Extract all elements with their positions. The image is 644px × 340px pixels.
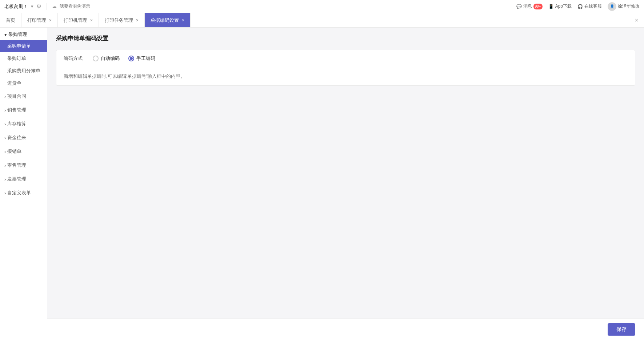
radio-manual[interactable]: 手工编码	[128, 55, 155, 62]
tab-barcode-settings-close[interactable]: ×	[182, 18, 184, 23]
tab-bar-close-all[interactable]: ×	[629, 17, 644, 24]
tab-print-task[interactable]: 打印任务管理 ×	[99, 13, 145, 27]
sidebar-item-invoice-label: 发票管理	[7, 176, 26, 182]
radio-group: 自动编码 手工编码	[93, 55, 155, 62]
sidebar-item-invoice[interactable]: › 发票管理	[0, 172, 47, 186]
expand-arrow-retail: ›	[4, 163, 6, 168]
online-service-button[interactable]: 🎧 在线客服	[577, 3, 602, 9]
sidebar-item-purchase-order[interactable]: 采购订单	[0, 52, 47, 65]
sidebar-item-project-contract[interactable]: › 项目合同	[0, 89, 47, 103]
message-button[interactable]: 💬 消息 99+	[516, 3, 543, 9]
sidebar-item-fund[interactable]: › 资金往来	[0, 131, 47, 145]
top-bar-left: 老板勿删！ ▾ ⚙ ☁ 我要看实例演示	[4, 3, 90, 10]
phone-icon: 📱	[548, 4, 554, 9]
sidebar-item-project-contract-label: 项目合同	[7, 93, 26, 100]
coding-method-label: 编码方式	[64, 55, 93, 62]
tab-print-task-close[interactable]: ×	[136, 18, 139, 23]
expand-arrow-project: ›	[4, 94, 6, 99]
sidebar-item-inventory[interactable]: › 库存核算	[0, 117, 47, 131]
coding-method-row: 编码方式 自动编码 手工编码	[56, 50, 635, 67]
cloud-icon: ☁	[52, 4, 57, 9]
headset-icon: 🎧	[577, 4, 583, 9]
content-area: 采购申请单编码设置 编码方式 自动编码 手工编码	[47, 28, 644, 340]
app-download-label: App下载	[555, 3, 572, 9]
content-footer: 保存	[47, 319, 644, 340]
sidebar-item-purchase-request-label: 采购申请单	[7, 43, 31, 49]
settings-card: 编码方式 自动编码 手工编码 新增和编辑单据编时,可以编辑'单据编号'输入框中的…	[56, 50, 635, 86]
expand-arrow-invoice: ›	[4, 177, 6, 182]
tab-bar: 首页 打印管理 × 打印机管理 × 打印任务管理 × 单据编码设置 × ×	[0, 13, 644, 28]
app-download-button[interactable]: 📱 App下载	[548, 3, 572, 9]
radio-manual-label: 手工编码	[136, 55, 155, 62]
sidebar-item-sales-mgmt[interactable]: › 销售管理	[0, 103, 47, 117]
message-badge: 99+	[533, 4, 543, 9]
tab-print-mgmt-close[interactable]: ×	[49, 18, 52, 23]
brand-text: 老板勿删！	[4, 3, 28, 10]
hint-text: 新增和编辑单据编时,可以编辑'单据编号'输入框中的内容。	[56, 67, 635, 85]
collapse-arrow-purchase: ▾	[4, 32, 7, 37]
user-profile-button[interactable]: 👤 徐泽华修改	[608, 2, 640, 11]
sidebar-item-purchase-expense[interactable]: 采购费用分摊单	[0, 65, 47, 77]
sidebar-group-purchase-header[interactable]: ▾ 采购管理	[0, 28, 47, 40]
sidebar-group-purchase: ▾ 采购管理 采购申请单 采购订单 采购费用分摊单 进货单	[0, 28, 47, 89]
sidebar-item-returns[interactable]: › 报销单	[0, 145, 47, 158]
expand-arrow-sales: ›	[4, 108, 6, 113]
tab-print-mgmt-label: 打印管理	[27, 17, 46, 24]
sidebar-item-purchase-request[interactable]: 采购申请单	[0, 40, 47, 52]
sidebar-item-sales-mgmt-label: 销售管理	[7, 107, 26, 113]
tab-printer-mgmt-close[interactable]: ×	[90, 18, 93, 23]
sidebar-item-inbound-label: 进货单	[7, 80, 21, 86]
divider	[47, 3, 47, 10]
radio-manual-circle	[128, 56, 134, 61]
online-service-label: 在线客服	[584, 3, 602, 9]
tab-barcode-settings[interactable]: 单据编码设置 ×	[145, 13, 191, 27]
save-button[interactable]: 保存	[608, 323, 635, 336]
sidebar-item-fund-label: 资金往来	[7, 134, 26, 141]
message-icon: 💬	[516, 4, 522, 9]
sidebar-item-retail-label: 零售管理	[7, 162, 26, 169]
dropdown-icon[interactable]: ▾	[31, 4, 33, 9]
content-main: 采购申请单编码设置 编码方式 自动编码 手工编码	[47, 28, 644, 319]
tab-barcode-settings-label: 单据编码设置	[151, 17, 179, 24]
message-label: 消息	[523, 3, 532, 9]
tab-print-mgmt[interactable]: 打印管理 ×	[21, 13, 58, 27]
username-label: 徐泽华修改	[618, 3, 640, 9]
sidebar-item-custom-forms-label: 自定义表单	[7, 190, 31, 196]
expand-arrow-fund: ›	[4, 135, 6, 141]
sidebar-item-inbound[interactable]: 进货单	[0, 77, 47, 89]
radio-auto[interactable]: 自动编码	[93, 55, 120, 62]
sidebar: ▾ 采购管理 采购申请单 采购订单 采购费用分摊单 进货单 › 项目合同 › 销…	[0, 28, 47, 340]
demo-text[interactable]: 我要看实例演示	[60, 3, 90, 9]
expand-arrow-custom: ›	[4, 190, 6, 196]
expand-arrow-returns: ›	[4, 149, 6, 154]
sidebar-item-retail[interactable]: › 零售管理	[0, 158, 47, 172]
sidebar-item-custom-forms[interactable]: › 自定义表单	[0, 186, 47, 200]
sidebar-item-returns-label: 报销单	[7, 148, 21, 155]
avatar: 👤	[608, 2, 616, 11]
top-bar-right: 💬 消息 99+ 📱 App下载 🎧 在线客服 👤 徐泽华修改	[516, 2, 640, 11]
main-layout: ▾ 采购管理 采购申请单 采购订单 采购费用分摊单 进货单 › 项目合同 › 销…	[0, 28, 644, 340]
sidebar-group-purchase-label: 采购管理	[8, 31, 27, 38]
top-bar: 老板勿删！ ▾ ⚙ ☁ 我要看实例演示 💬 消息 99+ 📱 App下载 🎧 在…	[0, 0, 644, 13]
page-title: 采购申请单编码设置	[56, 35, 635, 42]
sidebar-item-inventory-label: 库存核算	[7, 121, 26, 127]
settings-icon[interactable]: ⚙	[36, 3, 41, 10]
sidebar-item-purchase-expense-label: 采购费用分摊单	[7, 68, 40, 73]
tab-print-task-label: 打印任务管理	[105, 17, 133, 24]
tab-home-label: 首页	[6, 17, 15, 24]
tab-printer-mgmt-label: 打印机管理	[64, 17, 87, 24]
expand-arrow-inventory: ›	[4, 121, 6, 127]
tab-printer-mgmt[interactable]: 打印机管理 ×	[58, 13, 99, 27]
tab-home[interactable]: 首页	[0, 13, 21, 27]
radio-auto-label: 自动编码	[101, 55, 120, 62]
sidebar-item-purchase-order-label: 采购订单	[7, 56, 26, 61]
radio-auto-circle	[93, 56, 99, 61]
